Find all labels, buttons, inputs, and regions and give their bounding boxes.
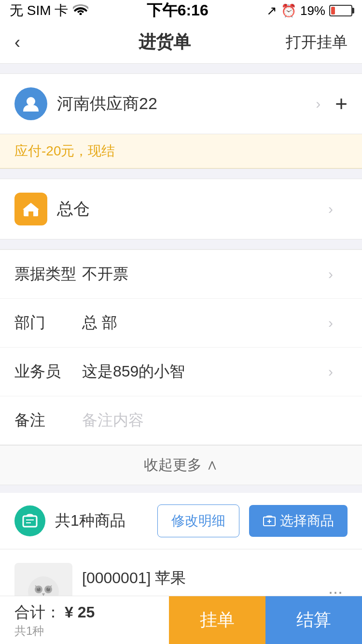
department-row[interactable]: 部门 总 部 › — [0, 298, 362, 347]
sales-rep-chevron-icon: › — [328, 364, 333, 380]
product-id: [0000001] — [82, 569, 155, 587]
select-product-button[interactable]: 选择商品 — [249, 505, 348, 537]
gap4 — [0, 485, 362, 493]
nav-bar: ‹ 进货单 打开挂单 — [0, 21, 362, 64]
status-time: 下午6:16 — [147, 0, 209, 21]
sales-rep-value: 这是859的小智 — [82, 361, 328, 382]
location-icon: ↗ — [266, 3, 277, 18]
warehouse-name: 总仓 — [57, 198, 328, 220]
supplier-notice: 应付-20元，现结 — [0, 134, 362, 168]
edit-detail-button[interactable]: 修改明细 — [157, 504, 239, 537]
department-label: 部门 — [14, 312, 82, 334]
department-value: 总 部 — [82, 312, 328, 334]
sales-rep-row[interactable]: 业务员 这是859的小智 › — [0, 347, 362, 396]
ticket-type-chevron-icon: › — [328, 266, 333, 282]
supplier-name: 河南供应商22 — [57, 93, 316, 115]
wifi-icon — [73, 3, 88, 18]
alarm-icon: ⏰ — [281, 3, 296, 18]
remark-input[interactable]: 备注内容 — [82, 410, 348, 431]
total-label: 合计： — [14, 602, 61, 623]
status-right: ↗ ⏰ 19% — [266, 3, 352, 18]
remark-label: 备注 — [14, 410, 82, 431]
collapse-row[interactable]: 收起更多 ∧ — [0, 445, 362, 485]
status-left: 无 SIM 卡 — [10, 1, 88, 20]
gap3 — [0, 239, 362, 249]
battery-percent: 19% — [300, 3, 325, 18]
warehouse-card: 总仓 › — [0, 179, 362, 239]
bottom-bar: 合计： ¥ 25 共1种 挂单 结算 — [0, 596, 362, 644]
warehouse-chevron-icon: › — [328, 201, 333, 217]
carrier-label: 无 SIM 卡 — [10, 1, 68, 20]
svg-point-0 — [80, 13, 82, 15]
product-name: [0000001] 苹果 — [82, 568, 314, 589]
supplier-row[interactable]: 河南供应商22 › + — [0, 74, 362, 134]
status-bar: 无 SIM 卡 下午6:16 ↗ ⏰ 19% — [0, 0, 362, 21]
total-amount: ¥ 25 — [65, 603, 95, 621]
back-button[interactable]: ‹ — [14, 32, 43, 53]
gap1 — [0, 64, 362, 73]
total-row: 合计： ¥ 25 — [14, 602, 154, 623]
open-hang-button[interactable]: 打开挂单 — [286, 32, 348, 53]
select-product-label: 选择商品 — [280, 512, 334, 530]
collapse-label: 收起更多 ∧ — [144, 455, 218, 475]
supplier-avatar — [14, 87, 47, 120]
products-icon — [14, 505, 45, 536]
total-section: 合计： ¥ 25 共1种 — [0, 596, 169, 644]
gap2 — [0, 169, 362, 179]
products-header: 共1种商品 修改明细 选择商品 — [0, 493, 362, 549]
add-supplier-button[interactable]: + — [335, 93, 348, 114]
form-card: 票据类型 不开票 › 部门 总 部 › 业务员 这是859的小智 › 备注 备注… — [0, 249, 362, 445]
hang-button[interactable]: 挂单 — [169, 596, 265, 644]
svg-marker-3 — [23, 203, 39, 210]
ticket-type-row[interactable]: 票据类型 不开票 › — [0, 250, 362, 298]
svg-point-1 — [27, 97, 35, 106]
checkout-button[interactable]: 结算 — [265, 596, 362, 644]
supplier-chevron-icon: › — [316, 96, 320, 112]
battery-icon — [329, 5, 352, 16]
department-chevron-icon: › — [328, 315, 333, 331]
sales-rep-label: 业务员 — [14, 361, 82, 382]
page-title: 进货单 — [139, 30, 191, 54]
remark-row[interactable]: 备注 备注内容 — [0, 396, 362, 445]
warehouse-row[interactable]: 总仓 › — [0, 179, 362, 239]
supplier-card: 河南供应商22 › + 应付-20元，现结 — [0, 73, 362, 169]
ticket-type-label: 票据类型 — [14, 264, 82, 285]
total-count: 共1种 — [14, 623, 154, 639]
ticket-type-value: 不开票 — [82, 264, 328, 285]
products-count: 共1种商品 — [55, 510, 148, 532]
svg-rect-4 — [28, 211, 33, 216]
warehouse-icon — [14, 193, 47, 225]
svg-rect-5 — [23, 516, 37, 527]
product-title: 苹果 — [155, 569, 186, 587]
